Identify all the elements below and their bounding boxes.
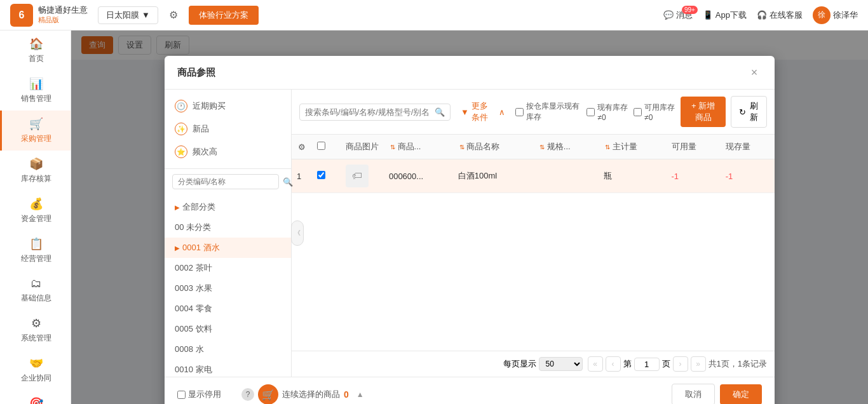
category-00[interactable]: 00 未分类 bbox=[165, 217, 291, 238]
confirm-button[interactable]: 确定 bbox=[720, 384, 762, 404]
store-selector[interactable]: 日太阳膜 ▼ bbox=[98, 6, 158, 24]
sidebar-item-inventory[interactable]: 📦 库存核算 bbox=[0, 151, 71, 191]
quick-nav-new[interactable]: ✨ 新品 bbox=[165, 118, 291, 140]
nav-app-download[interactable]: 📱 App下载 bbox=[703, 10, 747, 21]
col-stock-header: 现存量 bbox=[721, 135, 775, 159]
existing-stock-filter[interactable]: 现有库存≠0 bbox=[587, 102, 628, 122]
filter-icon: ▼ bbox=[461, 107, 469, 117]
cancel-button[interactable]: 取消 bbox=[672, 384, 715, 404]
by-warehouse-label: 按仓库显示现有库存 bbox=[526, 101, 582, 123]
sidebar-item-basic-info[interactable]: 🗂 基础信息 bbox=[0, 271, 71, 310]
col-settings-icon[interactable]: ⚙ bbox=[298, 142, 306, 152]
left-panel-collapse-button[interactable]: 《 bbox=[291, 220, 304, 246]
product-search-input[interactable] bbox=[305, 104, 432, 120]
per-page-select[interactable]: 50 10 20 100 bbox=[539, 357, 583, 371]
footer-collapse-button[interactable]: ▲ bbox=[353, 387, 368, 402]
product-search-icon[interactable]: 🔍 bbox=[435, 107, 445, 117]
cat-0008-label: 0008 水 bbox=[175, 344, 204, 355]
cat-0003-label: 0003 水果 bbox=[175, 283, 212, 294]
store-dropdown-icon: ▼ bbox=[142, 10, 150, 20]
category-0004[interactable]: 0004 零食 bbox=[165, 299, 291, 319]
selected-products-label: 连续选择的商品 bbox=[282, 389, 340, 400]
sidebar-item-purchase[interactable]: 🛒 采购管理 bbox=[0, 111, 71, 151]
dialog-title: 商品参照 bbox=[177, 67, 215, 79]
help-button[interactable]: ? bbox=[241, 388, 254, 401]
table-row[interactable]: 1 🏷 000600... bbox=[292, 159, 775, 193]
sidebar-item-sales[interactable]: 📊 销售管理 bbox=[0, 71, 71, 111]
col-image-header: 商品图片 bbox=[341, 135, 384, 159]
purchase-icon: 🛒 bbox=[29, 117, 43, 131]
col-spec-sort-icon: ⇅ bbox=[539, 144, 545, 151]
nav-messages[interactable]: 💬 消息 99+ bbox=[663, 10, 693, 21]
quick-navigation: 🕐 近期购买 ✨ 新品 ⭐ 频次高 bbox=[165, 90, 291, 169]
more-filters-button[interactable]: ▼ 更多条件 ∧ bbox=[456, 98, 510, 126]
per-page-selector: 每页显示 50 10 20 100 bbox=[503, 357, 583, 371]
cat-0001-label: 0001 酒水 bbox=[182, 242, 220, 253]
category-0002[interactable]: 0002 茶叶 bbox=[165, 258, 291, 278]
nav-customer-service[interactable]: 🎧 在线客服 bbox=[757, 10, 803, 21]
col-settings: ⚙ bbox=[292, 135, 312, 159]
global-settings-button[interactable]: ⚙ bbox=[163, 5, 184, 25]
sidebar-item-enterprise[interactable]: 🤝 企业协同 bbox=[0, 350, 71, 390]
category-all[interactable]: ▶ 全部分类 bbox=[165, 197, 291, 217]
dialog-close-button[interactable]: × bbox=[747, 65, 762, 80]
product-table-container: ⚙ 商品图片 ⇅ bbox=[292, 135, 775, 351]
row-checkbox[interactable] bbox=[317, 171, 325, 179]
available-stock-filter[interactable]: 可用库存≠0 bbox=[634, 102, 675, 122]
sales-icon: 📊 bbox=[29, 77, 43, 91]
sidebar-label-finance: 资金管理 bbox=[21, 213, 51, 224]
existing-stock-checkbox[interactable] bbox=[587, 108, 595, 116]
refresh-button[interactable]: ↻ 刷新 bbox=[731, 96, 767, 128]
logo-icon: 6 bbox=[10, 4, 33, 27]
basic-info-icon: 🗂 bbox=[31, 277, 42, 290]
category-0001[interactable]: ▶ 0001 酒水 bbox=[165, 238, 291, 258]
mobile-icon: 📱 bbox=[703, 10, 713, 20]
available-stock-checkbox[interactable] bbox=[634, 108, 642, 116]
col-code-header[interactable]: ⇅ 商品... bbox=[384, 135, 453, 159]
select-all-checkbox[interactable] bbox=[317, 142, 325, 150]
sidebar-item-guide[interactable]: 🎯 新手引导 bbox=[0, 390, 71, 404]
sidebar-label-basic-info: 基础信息 bbox=[21, 293, 51, 304]
row-stock: -1 bbox=[721, 159, 775, 193]
available-stock-label: 可用库存≠0 bbox=[644, 102, 675, 122]
display-disabled-checkbox[interactable] bbox=[177, 391, 186, 399]
trial-button[interactable]: 体验行业方案 bbox=[189, 6, 259, 25]
next-page-button[interactable]: › bbox=[673, 356, 688, 372]
add-product-button[interactable]: + 新增商品 bbox=[681, 97, 726, 127]
nav-user[interactable]: 徐 徐泽华 bbox=[813, 6, 858, 24]
customer-service-label: 在线客服 bbox=[770, 10, 803, 21]
last-page-button[interactable]: » bbox=[691, 356, 706, 372]
col-name-header[interactable]: ⇅ 商品名称 bbox=[453, 135, 533, 159]
sidebar-item-finance[interactable]: 💰 资金管理 bbox=[0, 191, 71, 231]
quick-nav-frequent[interactable]: ⭐ 频次高 bbox=[165, 140, 291, 163]
by-warehouse-checkbox[interactable] bbox=[515, 108, 524, 116]
sidebar-item-system[interactable]: ⚙ 系统管理 bbox=[0, 310, 71, 350]
col-unit-header[interactable]: ⇅ 主计量 bbox=[599, 135, 666, 159]
category-search-area: 🔍 bbox=[165, 169, 291, 194]
sidebar-item-home[interactable]: 🏠 首页 bbox=[0, 30, 71, 71]
system-icon: ⚙ bbox=[31, 316, 41, 330]
category-0003[interactable]: 0003 水果 bbox=[165, 278, 291, 299]
category-tree: ▶ 全部分类 00 未分类 ▶ 0001 酒水 0002 茶叶 bbox=[165, 194, 291, 377]
row-seq: 1 bbox=[292, 159, 312, 193]
top-navigation: 6 畅捷通好生意 精品版 日太阳膜 ▼ ⚙ 体验行业方案 💬 消息 99+ 📱 … bbox=[0, 0, 868, 30]
category-0008[interactable]: 0008 水 bbox=[165, 339, 291, 360]
category-search-icon[interactable]: 🔍 bbox=[283, 177, 293, 187]
sidebar-item-business[interactable]: 📋 经营管理 bbox=[0, 231, 71, 271]
brand-name: 畅捷通好生意 bbox=[38, 5, 88, 16]
quick-nav-recent[interactable]: 🕐 近期购买 bbox=[165, 95, 291, 118]
per-page-label: 每页显示 bbox=[503, 358, 536, 370]
first-page-button[interactable]: « bbox=[588, 356, 603, 372]
category-search-input[interactable] bbox=[172, 174, 279, 189]
by-warehouse-filter[interactable]: 按仓库显示现有库存 bbox=[515, 101, 582, 123]
category-0010[interactable]: 0010 家电 bbox=[165, 360, 291, 377]
col-spec-header[interactable]: ⇅ 规格... bbox=[533, 135, 599, 159]
new-products-icon: ✨ bbox=[175, 123, 187, 135]
toolbar-right: + 新增商品 ↻ 刷新 bbox=[681, 96, 767, 128]
cat-0004-label: 0004 零食 bbox=[175, 303, 212, 314]
footer-left: 取消 显示停用 ? 🛒 连续选择的商品 0 ▲ bbox=[177, 384, 368, 404]
category-0005[interactable]: 0005 饮料 bbox=[165, 319, 291, 339]
page-number-input[interactable] bbox=[634, 358, 660, 371]
col-checkbox bbox=[312, 135, 341, 159]
prev-page-button[interactable]: ‹ bbox=[606, 356, 621, 372]
